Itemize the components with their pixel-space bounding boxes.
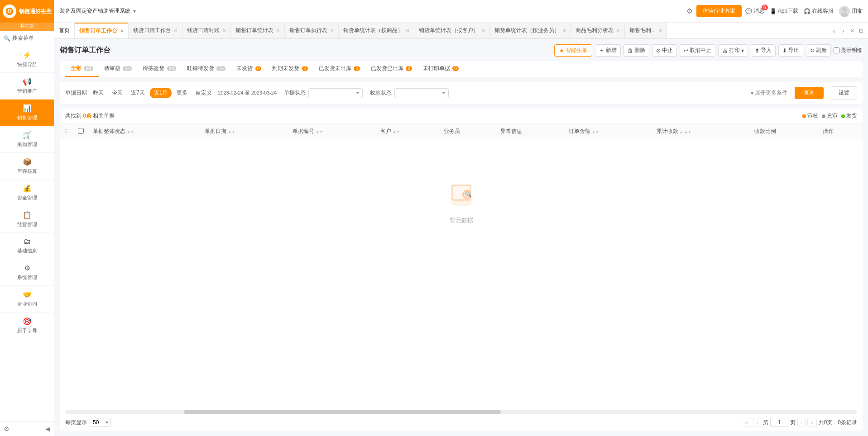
print-icon: 🖨 [722, 47, 728, 54]
scrollbar-thumb[interactable] [184, 410, 501, 414]
tab-close-icon[interactable]: ✕ [562, 28, 566, 33]
tab-sales-stat-staff[interactable]: 销货单统计表（按业务员） ✕ [490, 23, 571, 39]
tabs-next-arrow[interactable]: › [839, 27, 847, 35]
tab-close-icon[interactable]: ✕ [174, 28, 177, 33]
quick-review-btn[interactable]: 审核 [802, 112, 818, 120]
tab-sales-stat-client[interactable]: 销货单统计表（按客户） ✕ [414, 23, 490, 39]
tab-sales-more[interactable]: 销售毛利... ✕ [625, 23, 667, 39]
sidebar-item-operations[interactable]: 📋 经营管理 [0, 206, 54, 233]
date-btn-1month[interactable]: 近1月 [150, 88, 172, 98]
next-page-btn[interactable]: › [797, 418, 806, 427]
svg-text:🔍: 🔍 [465, 191, 472, 198]
sub-tab-shipped-not-out[interactable]: 已发货未出库 0 [313, 61, 365, 77]
tab-cash-goods[interactable]: 钱货日清对账 ✕ [182, 23, 231, 39]
th-ratio: 收款比例 [750, 124, 818, 139]
tab-close-icon[interactable]: ✕ [330, 28, 334, 33]
tab-sales-workbench[interactable]: 销售订单工作台 ✕ [75, 23, 129, 39]
horizontal-scrollbar[interactable] [65, 410, 857, 414]
query-btn[interactable]: 查询 [795, 87, 824, 99]
collapse-icon[interactable]: ◀ [45, 425, 50, 432]
sidebar-search[interactable]: 🔍 搜索菜单 [0, 31, 54, 46]
add-btn[interactable]: ＋ 新增 [595, 44, 621, 57]
stop-btn[interactable]: ⊘ 中止 [652, 44, 677, 57]
tab-close-icon[interactable]: ✕ [276, 28, 280, 33]
smart-generate-btn[interactable]: ★ 智能生单 [554, 44, 592, 57]
export-btn[interactable]: ⬇ 导出 [778, 44, 803, 57]
tabs-prev-arrow[interactable]: ‹ [830, 27, 838, 35]
status-select[interactable] [308, 88, 363, 98]
tabs-expand-icon[interactable]: ⊡ [857, 27, 865, 35]
base-info-icon: 🗂 [24, 237, 31, 246]
per-page-select[interactable]: 10 20 50 100 [90, 418, 111, 427]
show-detail-checkbox[interactable] [834, 47, 839, 53]
app-download-btn[interactable]: 📱 App下载 [770, 7, 798, 15]
stop-icon: ⊘ [656, 47, 661, 54]
set-btn[interactable]: 设置 [831, 86, 857, 100]
sidebar-item-sales[interactable]: 📊 销售管理 [0, 100, 54, 126]
sub-tab-expired-not-shipped[interactable]: 到期未发货 0 [267, 61, 313, 77]
sub-tab-wangpu[interactable]: 旺铺待发货 (0) [182, 61, 231, 77]
payment-select[interactable] [394, 88, 449, 98]
tab-home-label: 首页 [59, 27, 70, 34]
sidebar-item-marketing[interactable]: 📢 营销推广 [0, 73, 54, 100]
date-btn-more[interactable]: 更多 [173, 88, 191, 98]
quick-cancel-review-btn[interactable]: 充审 [822, 112, 838, 120]
quick-ship-btn[interactable]: 发货 [841, 112, 857, 120]
tab-label: 销售订单执行表 [289, 27, 327, 34]
sidebar-item-purchase[interactable]: 🛒 采购管理 [0, 126, 54, 153]
tab-home[interactable]: 首页 [54, 23, 75, 39]
delete-btn[interactable]: 🗑 删除 [623, 44, 649, 57]
sidebar-item-enterprise[interactable]: 🤝 企业协同 [0, 286, 54, 313]
online-service-btn[interactable]: 🎧 在线客服 [804, 7, 834, 15]
filter-expand-btn[interactable]: ▾ 展开更多条件 [751, 89, 787, 97]
tab-close-icon[interactable]: ✕ [481, 28, 485, 33]
user-menu[interactable]: 用友 [839, 6, 863, 17]
show-detail-toggle[interactable]: 显示明细 [834, 47, 863, 54]
topbar-dropdown-icon[interactable]: ▾ [133, 8, 136, 14]
date-btn-custom[interactable]: 自定义 [192, 88, 215, 98]
page-input[interactable] [770, 418, 788, 427]
empty-state: 🔍 暂无数据 [60, 139, 863, 224]
tab-daily-cashier[interactable]: 钱货日清工作台 ✕ [129, 23, 182, 39]
select-all-checkbox[interactable] [78, 128, 84, 134]
sub-tab-shipped-out[interactable]: 已发货已出库 0 [365, 61, 417, 77]
tab-sales-exec[interactable]: 销售订单执行表 ✕ [285, 23, 339, 39]
tab-sales-stat-product[interactable]: 销货单统计表（按商品） ✕ [339, 23, 414, 39]
tab-sales-stat[interactable]: 销售订单统计表 ✕ [231, 23, 285, 39]
sidebar-item-base-info[interactable]: 🗂 基础信息 [0, 233, 54, 259]
tab-close-icon[interactable]: ✕ [616, 28, 620, 33]
sidebar-item-finance[interactable]: 💰 资金管理 [0, 180, 54, 206]
tab-close-icon[interactable]: ✕ [222, 28, 226, 33]
import-icon: ⬆ [755, 47, 759, 54]
message-btn[interactable]: 💬 消息 6 [745, 7, 764, 15]
sidebar-item-system[interactable]: ⚙ 系统管理 [0, 259, 54, 286]
user-name: 用友 [852, 7, 863, 15]
tab-close-icon[interactable]: ✕ [120, 28, 124, 33]
cancel-stop-btn[interactable]: ↩ 取消中止 [680, 44, 715, 57]
sub-tab-not-shipped[interactable]: 未发货 0 [231, 61, 267, 77]
date-btn-yesterday[interactable]: 昨天 [90, 88, 107, 98]
tab-close-icon[interactable]: ✕ [406, 28, 409, 33]
date-btn-today[interactable]: 今天 [109, 88, 126, 98]
sub-tab-pending-review[interactable]: 待审核 (0) [99, 61, 138, 77]
tab-close-icon[interactable]: ✕ [658, 28, 662, 33]
topbar-settings-icon[interactable]: ⚙ [686, 7, 693, 15]
import-btn[interactable]: ⬆ 导入 [751, 44, 776, 57]
sub-tab-not-printed[interactable]: 未打印单据 0 [417, 61, 464, 77]
sidebar-item-quick-nav[interactable]: ⚡ 快捷导航 [0, 46, 54, 73]
sidebar-item-guide[interactable]: 🎯 新手引导 [0, 313, 54, 339]
prev-page-btn[interactable]: ‹ [753, 418, 761, 427]
th-status: 单据整体状态 ▲▼ [88, 124, 200, 139]
last-page-btn[interactable]: » [807, 418, 817, 427]
refresh-btn[interactable]: ↻ 刷新 [806, 44, 831, 57]
sidebar-item-inventory[interactable]: 📦 库存核算 [0, 153, 54, 180]
industry-btn[interactable]: 体验行业方案 [696, 5, 742, 17]
sub-tab-pending-inspect[interactable]: 待拣验货 (0) [137, 61, 182, 77]
date-btn-7days[interactable]: 近7天 [128, 88, 148, 98]
first-page-btn[interactable]: « [742, 418, 751, 427]
print-btn[interactable]: 🖨 打印 ▾ [718, 44, 748, 57]
tab-product-margin[interactable]: 商品毛利分析表 ✕ [571, 23, 625, 39]
sub-tab-all[interactable]: 全部 (0) [65, 61, 99, 77]
tabs-close-all[interactable]: ✕ [848, 27, 856, 35]
settings-icon[interactable]: ⚙ [4, 425, 10, 432]
